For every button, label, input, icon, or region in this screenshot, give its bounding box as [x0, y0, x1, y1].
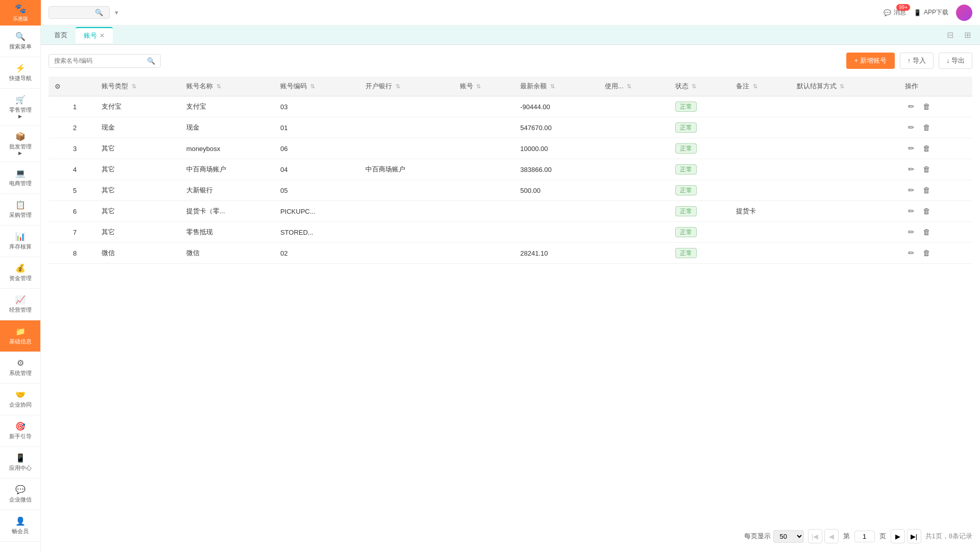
col-settings[interactable]: ⚙ [48, 77, 67, 96]
delete-button-1[interactable]: 🗑 [920, 101, 934, 112]
col-code[interactable]: 账号编码 ⇅ [274, 77, 359, 96]
edit-button-8[interactable]: ✏ [905, 247, 918, 259]
sidebar-item-purchase[interactable]: 📋 采购管理 [0, 194, 40, 226]
row-account-5 [454, 180, 514, 201]
row-remark-1 [730, 96, 791, 117]
sidebar-icon-inventory: 📊 [15, 232, 26, 241]
tab-account-close[interactable]: ✕ [100, 32, 105, 39]
sidebar-item-inventory[interactable]: 📊 库存核算 [0, 226, 40, 257]
delete-button-2[interactable]: 🗑 [920, 122, 934, 133]
tab-account[interactable]: 账号 ✕ [76, 27, 113, 43]
content-toolbar: 🔍 + 新增账号 ↑ 导入 ↓ 导出 [48, 53, 972, 69]
row-account-2 [454, 117, 514, 138]
account-search-box[interactable]: 🔍 [48, 54, 161, 68]
sidebar-item-operations[interactable]: 📈 经营管理 [0, 289, 40, 320]
delete-button-5[interactable]: 🗑 [920, 185, 934, 195]
window-maximize[interactable]: ⊞ [960, 29, 975, 41]
col-account[interactable]: 账号 ⇅ [454, 77, 514, 96]
row-settings-6 [48, 201, 67, 222]
topbar-dropdown-icon[interactable]: ▾ [115, 9, 118, 16]
row-status-7: 正常 [669, 222, 730, 243]
account-search-icon[interactable]: 🔍 [147, 57, 155, 65]
row-account-4 [454, 159, 514, 180]
table-body: 1 支付宝 支付宝 03 -90444.00 正常 ✏ 🗑 2 现金 现金 01… [48, 96, 972, 264]
edit-button-1[interactable]: ✏ [905, 101, 918, 112]
row-no-8: 8 [67, 243, 95, 264]
sidebar-icon-search-menu: 🔍 [15, 32, 26, 41]
edit-button-2[interactable]: ✏ [905, 122, 918, 133]
sidebar-item-basic-info[interactable]: 📁 基础信息 [0, 320, 40, 352]
row-type-6: 其它 [95, 201, 180, 222]
delete-button-4[interactable]: 🗑 [920, 164, 934, 174]
sidebar-icon-enterprise-wechat: 💬 [15, 485, 26, 494]
delete-button-6[interactable]: 🗑 [920, 206, 934, 216]
col-no [67, 77, 95, 96]
table-row: 3 其它 moneybosx 06 10000.00 正常 ✏ 🗑 [48, 138, 972, 159]
sidebar-sub-arrow-wholesale: ▶ [18, 151, 22, 156]
edit-button-3[interactable]: ✏ [905, 143, 918, 154]
col-balance[interactable]: 最新余额 ⇅ [514, 77, 599, 96]
edit-button-7[interactable]: ✏ [905, 227, 918, 238]
page-number-input[interactable] [854, 531, 875, 542]
sidebar-item-system[interactable]: ⚙ 系统管理 [0, 352, 40, 384]
topbar-search-box[interactable]: 🔍 [48, 6, 110, 19]
row-no-2: 2 [67, 117, 95, 138]
row-remark-2 [730, 117, 791, 138]
sidebar-icon-retail: 🛒 [15, 95, 26, 105]
import-button[interactable]: ↑ 导入 [900, 53, 934, 69]
user-avatar[interactable] [956, 5, 972, 21]
delete-button-3[interactable]: 🗑 [920, 143, 934, 154]
sidebar-sub-arrow-retail: ▶ [18, 114, 22, 119]
sidebar-item-quick-nav[interactable]: ⚡ 快捷导航 [0, 57, 40, 89]
account-search-input[interactable] [54, 57, 147, 64]
sidebar-icon-purchase: 📋 [15, 200, 26, 210]
sidebar-item-search-menu[interactable]: 🔍 搜索菜单 [0, 26, 40, 57]
edit-button-6[interactable]: ✏ [905, 206, 918, 217]
sidebar-item-wholesale[interactable]: 📦 批发管理 ▶ [0, 126, 40, 162]
app-logo: 🐾 乐惠版 [0, 0, 41, 26]
delete-button-8[interactable]: 🗑 [920, 247, 934, 258]
sidebar-item-enterprise-wechat[interactable]: 💬 企业微信 [0, 479, 40, 510]
add-account-button[interactable]: + 新增账号 [846, 53, 895, 69]
edit-button-4[interactable]: ✏ [905, 164, 918, 175]
prev-page-button[interactable]: ◀ [824, 529, 839, 543]
sidebar-item-app-center[interactable]: 📱 应用中心 [0, 447, 40, 479]
export-label: ↓ 导出 [946, 56, 965, 65]
delete-button-7[interactable]: 🗑 [920, 227, 934, 237]
col-status[interactable]: 状态 ⇅ [669, 77, 730, 96]
edit-button-5[interactable]: ✏ [905, 185, 918, 196]
app-download[interactable]: 📱 APP下载 [914, 8, 948, 17]
row-code-4: 04 [274, 159, 359, 180]
per-page-select[interactable]: 50 20 100 [773, 530, 804, 543]
col-default-pay[interactable]: 默认结算方式 ⇅ [791, 77, 899, 96]
next-page-button[interactable]: ▶ [891, 529, 905, 543]
topbar-search-input[interactable] [54, 9, 95, 16]
tab-home[interactable]: 首页 [46, 28, 76, 43]
sidebar-label-app-center: 应用中心 [9, 464, 32, 472]
col-type[interactable]: 账号类型 ⇅ [95, 77, 180, 96]
window-minimize[interactable]: ⊟ [943, 29, 958, 41]
message-icon: 💬 [884, 9, 891, 16]
first-page-button[interactable]: |◀ [808, 529, 822, 543]
account-table-wrapper: ⚙ 账号类型 ⇅ 账号名称 ⇅ 账号编码 ⇅ 开户银行 ⇅ 账号 ⇅ 最新余额 … [48, 77, 972, 521]
sidebar-item-ecommerce[interactable]: 💻 电商管理 [0, 162, 40, 194]
sidebar-item-guide[interactable]: 🎯 新手引导 [0, 415, 40, 447]
topbar-message[interactable]: 💬 消息 99+ [884, 8, 906, 17]
row-balance-8: 28241.10 [514, 243, 599, 264]
sidebar-item-member[interactable]: 👤 畅会员 [0, 510, 40, 542]
col-name[interactable]: 账号名称 ⇅ [180, 77, 274, 96]
col-bank[interactable]: 开户银行 ⇅ [359, 77, 453, 96]
sidebar-item-retail[interactable]: 🛒 零售管理 ▶ [0, 89, 40, 126]
sidebar-item-finance[interactable]: 💰 资金管理 [0, 257, 40, 289]
sidebar-label-finance: 资金管理 [9, 274, 32, 282]
col-remark[interactable]: 备注 ⇅ [730, 77, 791, 96]
table-row: 8 微信 微信 02 28241.10 正常 ✏ 🗑 [48, 243, 972, 264]
row-name-3: moneybosx [180, 138, 274, 159]
sidebar-item-enterprise-agreement[interactable]: 🤝 企业协同 [0, 384, 40, 415]
last-page-button[interactable]: ▶| [907, 529, 921, 543]
col-usage[interactable]: 使用... ⇅ [599, 77, 669, 96]
sidebar-icon-operations: 📈 [15, 295, 26, 305]
row-bank-7 [359, 222, 453, 243]
export-button[interactable]: ↓ 导出 [939, 53, 972, 69]
table-row: 4 其它 中百商场账户 04 中百商场账户 383866.00 正常 ✏ 🗑 [48, 159, 972, 180]
